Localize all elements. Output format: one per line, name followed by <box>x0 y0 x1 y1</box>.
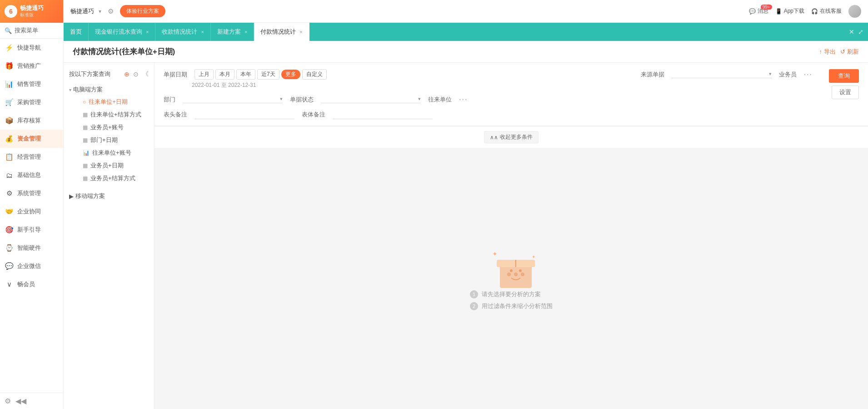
online-service-btn[interactable]: 🎧 在线客服 <box>811 7 842 15</box>
scheme-icon-partner-account: 📊 <box>83 150 90 156</box>
search-menu[interactable]: 🔍 搜索菜单 <box>0 23 63 39</box>
tab-cash-flow[interactable]: 现金银行流水查询× <box>89 23 155 41</box>
messages-btn[interactable]: 💬 消息 99+ <box>749 7 768 15</box>
nav-label-marketing: 营销推广 <box>17 62 41 70</box>
avatar[interactable] <box>848 5 861 18</box>
sidebar: 6 畅捷通巧 标准版 🔍 搜索菜单 ⚡快捷导航🎁营销推广📊销售管理🛒采购管理📦库… <box>0 0 64 409</box>
empty-hint-2: 2 用过滤条件来缩小分析范围 <box>470 302 553 310</box>
scheme-item-salesman-settle[interactable]: ▦业务员+结算方式 <box>69 172 149 185</box>
export-btn[interactable]: ↑ 导出 <box>819 48 836 56</box>
mobile-group-title[interactable]: ▶ 移动端方案 <box>69 190 149 202</box>
sidebar-item-basic[interactable]: 🗂基础信息 <box>0 166 63 184</box>
refresh-label: 刷新 <box>847 48 859 56</box>
header-note-input[interactable] <box>195 110 294 119</box>
filter-section: 单据日期 上月 本月 本年 近7天 更多 自定义 <box>155 63 868 126</box>
scheme-icon-dept-date: ▦ <box>83 137 88 143</box>
sidebar-item-enterprise[interactable]: 🤝企业协同 <box>0 202 63 221</box>
tab-home[interactable]: 首页 <box>64 23 89 41</box>
page-content: 付款情况统计(往来单位+日期) ↑ 导出 ↺ 刷新 按以下方案查询 ⊕ <box>64 41 868 409</box>
topbar-right: 💬 消息 99+ 📱 App下载 🎧 在线客服 <box>749 5 861 18</box>
sidebar-item-purchase[interactable]: 🛒采购管理 <box>0 93 63 111</box>
empty-svg: ✦ ✦ <box>489 247 543 293</box>
dept-chevron-icon: ▾ <box>280 96 283 102</box>
date-btn-custom[interactable]: 自定义 <box>302 69 327 80</box>
sidebar-item-member[interactable]: ∨畅会员 <box>0 275 63 293</box>
app-icon: 📱 <box>775 8 782 15</box>
tab-close-cash-flow[interactable]: × <box>146 29 149 35</box>
date-btn-7days[interactable]: 近7天 <box>257 69 279 80</box>
source-chevron-icon: ▾ <box>769 71 772 77</box>
collapse-panel-icon[interactable]: 《 <box>142 70 149 78</box>
app-download-btn[interactable]: 📱 App下载 <box>775 7 804 15</box>
desktop-group-title[interactable]: ▾ 电脑端方案 <box>69 84 149 96</box>
date-btn-this-month[interactable]: 本月 <box>215 69 234 80</box>
expand-tab-icon[interactable]: ⤢ <box>858 28 863 35</box>
nav-icon-member: ∨ <box>5 280 14 289</box>
filter-settings-btn[interactable]: 设置 <box>832 86 859 99</box>
filter-row-2: 部门 ▾ 单据状态 ▾ 往来单位 <box>164 96 813 104</box>
scheme-item-salesman-date[interactable]: ▦业务员+日期 <box>69 159 149 172</box>
sidebar-item-operations[interactable]: 📋经营管理 <box>0 148 63 166</box>
partner-dots[interactable]: ··· <box>459 96 468 104</box>
nav-icon-system: ⚙ <box>5 189 14 198</box>
search-icon: 🔍 <box>5 27 12 34</box>
settings-scheme-icon[interactable]: ⊙ <box>133 71 139 78</box>
scheme-item-salesman-account[interactable]: ▦业务员+账号 <box>69 121 149 134</box>
scheme-label-dept-date: 部门+日期 <box>90 136 118 144</box>
sidebar-item-quick-nav[interactable]: ⚡快捷导航 <box>0 39 63 57</box>
scheme-item-partner-settle[interactable]: ▦往来单位+结算方式 <box>69 108 149 121</box>
query-btn[interactable]: 查询 <box>829 69 859 83</box>
date-btn-this-year[interactable]: 本年 <box>236 69 255 80</box>
nav-label-inventory: 库存核算 <box>17 116 41 125</box>
settings-icon[interactable]: ⚙ <box>5 397 11 405</box>
doc-status-select[interactable]: ▾ <box>321 96 421 103</box>
source-select[interactable]: ▾ <box>672 71 772 78</box>
desktop-schemes: ▾ 电脑端方案 ○往来单位+日期▦往来单位+结算方式▦业务员+账号▦部门+日期📊… <box>64 81 154 187</box>
search-label: 搜索菜单 <box>15 26 38 35</box>
date-range-text: 2022-01-01 至 2022-12-31 <box>192 82 256 88</box>
nav-label-operations: 经营管理 <box>17 153 41 161</box>
scheme-items: ○往来单位+日期▦往来单位+结算方式▦业务员+账号▦部门+日期📊往来单位+账号▦… <box>69 96 149 185</box>
scheme-icon-salesman-account: ▦ <box>83 124 88 131</box>
close-tab-icon[interactable]: ✕ <box>849 28 854 35</box>
sidebar-item-system[interactable]: ⚙系统管理 <box>0 184 63 202</box>
sidebar-item-sales[interactable]: 📊销售管理 <box>0 75 63 93</box>
collapse-row: ∧∧ 收起更多条件 <box>155 126 868 148</box>
nav-label-sales: 销售管理 <box>17 80 41 88</box>
sidebar-item-hardware[interactable]: ⌚智能硬件 <box>0 239 63 257</box>
tab-close-new-scheme[interactable]: × <box>244 29 247 35</box>
sidebar-item-inventory[interactable]: 📦库存核算 <box>0 111 63 130</box>
export-icon: ↑ <box>819 48 823 55</box>
sidebar-item-wechat[interactable]: 💬企业微信 <box>0 257 63 275</box>
scheme-item-partner-date[interactable]: ○往来单位+日期 <box>69 96 149 108</box>
date-btn-more[interactable]: 更多 <box>281 70 300 79</box>
topbar-chevron-icon[interactable]: ▾ <box>99 8 101 15</box>
tab-close-payments[interactable]: × <box>299 29 302 35</box>
date-btn-last-month[interactable]: 上月 <box>195 69 214 80</box>
nav-label-wechat: 企业微信 <box>17 262 41 270</box>
collapse-filter-btn[interactable]: ∧∧ 收起更多条件 <box>484 131 539 143</box>
scheme-item-partner-account[interactable]: 📊往来单位+账号 <box>69 146 149 159</box>
dept-label: 部门 <box>164 96 175 104</box>
sidebar-item-finance[interactable]: 💰资金管理 <box>0 130 63 148</box>
scheme-item-dept-date[interactable]: ▦部门+日期 <box>69 134 149 146</box>
trial-btn[interactable]: 体验行业方案 <box>120 5 165 17</box>
tab-receipts[interactable]: 收款情况统计× <box>155 23 210 41</box>
body-note-input[interactable] <box>333 110 433 119</box>
sidebar-bottom: ⚙ ◀◀ <box>0 393 63 409</box>
date-range-row: 2022-01-01 至 2022-12-31 <box>164 81 813 89</box>
tab-payments[interactable]: 付款情况统计× <box>254 23 309 41</box>
sidebar-item-guide[interactable]: 🎯新手引导 <box>0 221 63 239</box>
source-label: 来源单据 <box>641 71 664 79</box>
dept-select[interactable]: ▾ <box>183 96 283 103</box>
topbar-gear-icon[interactable]: ⚙ <box>106 5 115 17</box>
nav-label-basic: 基础信息 <box>17 171 41 179</box>
sidebar-item-marketing[interactable]: 🎁营销推广 <box>0 57 63 75</box>
filter-row-1: 单据日期 上月 本月 本年 近7天 更多 自定义 <box>164 69 813 80</box>
salesman-dots[interactable]: ··· <box>804 71 813 79</box>
add-scheme-icon[interactable]: ⊕ <box>124 71 130 78</box>
collapse-sidebar-icon[interactable]: ◀◀ <box>15 397 26 405</box>
tab-close-receipts[interactable]: × <box>201 29 204 35</box>
tab-new-scheme[interactable]: 新建方案× <box>211 23 254 41</box>
refresh-btn[interactable]: ↺ 刷新 <box>840 48 859 56</box>
